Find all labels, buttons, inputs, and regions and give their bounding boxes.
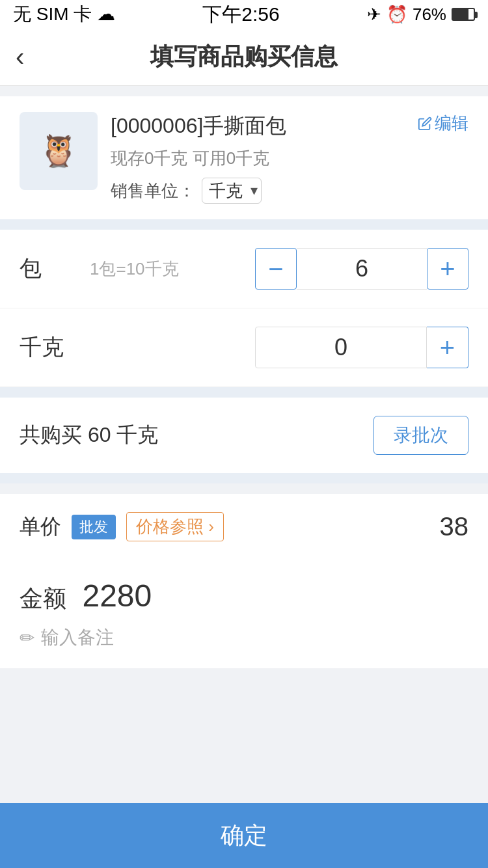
confirm-text: 确定	[221, 820, 267, 852]
price-label: 单价	[20, 513, 61, 541]
price-row: 单价 批发 价格参照 › 38	[20, 512, 468, 541]
battery-icon	[452, 8, 475, 21]
total-text: 共购买 60 千克	[20, 421, 158, 450]
product-logo: 🦉	[39, 133, 78, 169]
bao-minus-button[interactable]: −	[255, 248, 297, 290]
bao-hint: 1包=10千克	[90, 258, 255, 280]
status-right: ✈ ⏰ 76%	[367, 5, 475, 25]
bao-section: 包 1包=10千克 − + 千克 +	[0, 230, 488, 387]
amount-label: 金额	[20, 585, 66, 612]
bao-input[interactable]	[297, 248, 427, 290]
kg-stepper: +	[255, 327, 468, 368]
price-value: 38	[440, 512, 469, 541]
page-title: 填写商品购买信息	[150, 41, 338, 73]
amount-row: 金额 2280	[0, 560, 488, 615]
price-tag: 批发	[72, 515, 116, 539]
unit-select[interactable]: 千克	[202, 178, 262, 204]
unit-select-wrapper[interactable]: 千克	[202, 178, 262, 204]
no-sim-text: 无 SIM 卡 ☁	[13, 2, 115, 27]
amount-section: 金额 2280 ✏ 输入备注	[0, 560, 488, 668]
back-button[interactable]: ‹	[16, 42, 24, 72]
kg-plus-button[interactable]: +	[427, 327, 468, 368]
divider-2	[0, 387, 488, 398]
confirm-bar[interactable]: 确定	[0, 803, 488, 868]
edit-button[interactable]: 编辑	[418, 112, 468, 135]
divider-3	[0, 473, 488, 483]
batch-button[interactable]: 录批次	[373, 416, 468, 455]
remark-text: 输入备注	[41, 625, 114, 650]
total-row: 共购买 60 千克 录批次	[0, 398, 488, 473]
remark-icon: ✏	[20, 627, 34, 649]
location-icon: ✈	[367, 5, 381, 25]
bao-plus-button[interactable]: +	[427, 248, 468, 290]
price-section: 单价 批发 价格参照 › 38	[0, 494, 488, 560]
product-card: 🦉 [0000006]手撕面包 编辑 现存0千克 可用0千克 销售单位：	[0, 96, 488, 219]
status-time: 下午2:56	[202, 1, 279, 28]
product-stock: 现存0千克 可用0千克	[111, 147, 468, 170]
alarm-icon: ⏰	[386, 5, 407, 25]
unit-label: 销售单位：	[111, 180, 195, 202]
edit-label: 编辑	[435, 112, 468, 135]
product-name-row: [0000006]手撕面包 编辑	[111, 112, 468, 141]
product-name: [0000006]手撕面包	[111, 112, 286, 141]
bao-label: 包	[20, 254, 85, 284]
kg-row: 千克 +	[0, 308, 488, 387]
kg-input[interactable]	[255, 327, 427, 368]
divider-1	[0, 219, 488, 230]
nav-bar: ‹ 填写商品购买信息	[0, 29, 488, 86]
amount-value: 2280	[82, 578, 152, 613]
product-info: [0000006]手撕面包 编辑 现存0千克 可用0千克 销售单位： 千克	[111, 112, 468, 204]
bao-row: 包 1包=10千克 − +	[0, 230, 488, 308]
product-unit-row: 销售单位： 千克	[111, 178, 468, 204]
bao-stepper: − +	[255, 248, 468, 290]
battery-text: 76%	[413, 5, 446, 25]
kg-label: 千克	[20, 332, 255, 362]
remark-row[interactable]: ✏ 输入备注	[0, 615, 488, 668]
status-bar: 无 SIM 卡 ☁ 下午2:56 ✈ ⏰ 76%	[0, 0, 488, 29]
status-left: 无 SIM 卡 ☁	[13, 2, 115, 27]
price-ref-button[interactable]: 价格参照 ›	[126, 512, 224, 541]
product-image: 🦉	[20, 112, 98, 190]
